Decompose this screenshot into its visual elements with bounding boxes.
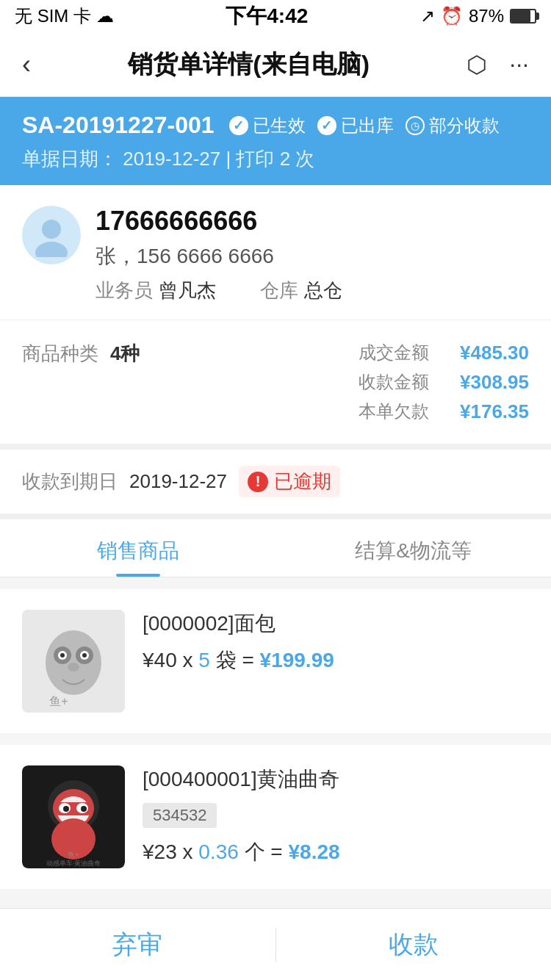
status-badges: ✓ 已生效 ✓ 已出库 ◷ 部分收款: [229, 114, 500, 137]
product-info-1: [0000002]面包 ¥40 x 5 袋 = ¥199.99: [143, 610, 529, 674]
nav-actions: ⬡ ···: [467, 51, 529, 79]
order-header: SA-20191227-001 ✓ 已生效 ✓ 已出库 ◷ 部分收款 单据日期：…: [0, 97, 551, 185]
customer-info: 17666666666 张，156 6666 6666 业务员 曾凡杰 仓库 总…: [96, 206, 529, 303]
overdue-text: 已逾期: [274, 469, 331, 494]
product-qty-2: 0.36: [198, 840, 239, 863]
customer-section: 17666666666 张，156 6666 6666 业务员 曾凡杰 仓库 总…: [0, 185, 551, 320]
due-date-value: 2019-12-27: [129, 470, 227, 493]
sim-text: 无 SIM 卡 ☁: [15, 4, 114, 28]
status-bar-time: 下午4:42: [226, 2, 308, 30]
owed-label: 本单欠款: [341, 400, 429, 423]
badge-partial-payment: ◷ 部分收款: [406, 114, 500, 137]
svg-point-1: [35, 242, 68, 257]
salesperson-item: 业务员 曾凡杰: [96, 278, 216, 303]
customer-name-phone: 张，156 6666 6666: [96, 242, 529, 270]
tab-products-label: 销售商品: [97, 539, 179, 562]
status-bar-right: ↗ ⏰ 87%: [420, 6, 536, 26]
summary-right: 成交金额 ¥485.30 收款金额 ¥308.95 本单欠款 ¥176.35: [341, 341, 529, 423]
product-tag-2: 534532: [143, 803, 217, 828]
product-multiply-1: x: [183, 649, 199, 671]
svg-point-8: [60, 653, 65, 657]
customer-avatar: [22, 206, 81, 264]
due-date-label: 收款到期日: [22, 469, 118, 494]
product-info-2: [000400001]黄油曲奇 534532 ¥23 x 0.36 个 = ¥8…: [143, 765, 529, 866]
overdue-icon: !: [248, 472, 268, 492]
order-header-row2: 单据日期： 2019-12-27 | 打印 2 次: [22, 146, 529, 172]
order-date: 2019-12-27: [123, 148, 220, 170]
battery-text: 87%: [469, 6, 504, 26]
customer-phone-number: 17666666666: [96, 206, 529, 237]
print-info: | 打印 2 次: [226, 148, 314, 170]
product-image-2: 鱼+ 动感单车·黄油曲奇: [22, 765, 125, 868]
battery-icon: [510, 9, 536, 24]
product-multiply-2: x: [183, 840, 199, 863]
cancel-button[interactable]: 弃审: [0, 928, 276, 962]
badge-shipped: ✓ 已出库: [317, 114, 394, 137]
product-item-2: 鱼+ 动感单车·黄油曲奇 [000400001]黄油曲奇 534532 ¥23 …: [0, 745, 551, 889]
svg-text:动感单车·黄油曲奇: 动感单车·黄油曲奇: [46, 860, 101, 867]
amount-value: ¥485.30: [441, 342, 529, 364]
product-price-2: ¥23: [143, 840, 177, 863]
product-total-2: ¥8.28: [288, 840, 339, 863]
check-icon-2: ✓: [317, 116, 336, 135]
product-name-2: [000400001]黄油曲奇: [143, 765, 529, 793]
tab-products[interactable]: 销售商品: [0, 519, 276, 577]
received-label: 收款金额: [341, 370, 429, 394]
order-id: SA-20191227-001: [22, 112, 215, 139]
salesperson-label: 业务员: [96, 278, 153, 303]
badge-activated-label: 已生效: [253, 114, 306, 137]
status-bar: 无 SIM 卡 ☁ 下午4:42 ↗ ⏰ 87%: [0, 0, 551, 32]
product-unit-2: 个: [245, 840, 265, 863]
product-price-row-1: ¥40 x 5 袋 = ¥199.99: [143, 646, 529, 674]
summary-section: 商品种类 4种 成交金额 ¥485.30 收款金额 ¥308.95 本单欠款 ¥…: [0, 320, 551, 450]
type-count: 4种: [110, 341, 140, 367]
summary-left: 商品种类 4种: [22, 341, 140, 367]
amount-row-total: 成交金额 ¥485.30: [341, 341, 529, 364]
check-icon-1: ✓: [229, 116, 248, 135]
due-date-section: 收款到期日 2019-12-27 ! 已逾期: [0, 450, 551, 519]
back-button[interactable]: ‹: [22, 49, 31, 80]
amount-label: 成交金额: [341, 341, 429, 364]
badge-shipped-label: 已出库: [341, 114, 394, 137]
confirm-button[interactable]: 收款: [276, 928, 552, 962]
product-unit-1: 袋: [216, 649, 237, 671]
amount-row-received: 收款金额 ¥308.95: [341, 370, 529, 394]
product-name-1: [0000002]面包: [143, 610, 529, 638]
warehouse-name: 总仓: [304, 278, 342, 303]
location-icon: ↗: [420, 6, 435, 26]
tab-settlement[interactable]: 结算&物流等: [276, 519, 551, 577]
badge-activated: ✓ 已生效: [229, 114, 306, 137]
product-item-1: 鱼+ [0000002]面包 ¥40 x 5 袋 = ¥199.99: [0, 589, 551, 733]
more-icon[interactable]: ···: [509, 51, 529, 78]
overdue-badge: ! 已逾期: [239, 466, 340, 497]
product-equals-1: =: [242, 649, 259, 671]
product-price-row-2: ¥23 x 0.36 个 = ¥8.28: [143, 838, 529, 866]
received-value: ¥308.95: [441, 371, 529, 394]
svg-text:鱼+: 鱼+: [49, 695, 68, 707]
svg-point-19: [63, 806, 69, 812]
svg-point-20: [81, 806, 87, 812]
product-total-1: ¥199.99: [260, 649, 334, 671]
date-label: 单据日期：: [22, 148, 118, 170]
svg-text:鱼+: 鱼+: [68, 851, 79, 859]
amount-row-owed: 本单欠款 ¥176.35: [341, 400, 529, 423]
clock-icon: ◷: [406, 116, 425, 135]
salesperson-name: 曾凡杰: [159, 278, 216, 303]
product-price-1: ¥40: [143, 649, 177, 671]
product-image-1: 鱼+: [22, 610, 125, 713]
bottom-bar: 弃审 收款: [0, 908, 551, 980]
tabs-section: 销售商品 结算&物流等: [0, 519, 551, 577]
type-label: 商品种类: [22, 341, 98, 367]
tab-settlement-label: 结算&物流等: [355, 539, 472, 562]
page-title: 销货单详情(来自电脑): [128, 48, 370, 82]
product-qty-1: 5: [198, 649, 210, 671]
share-icon[interactable]: ⬡: [467, 51, 487, 79]
warehouse-label: 仓库: [260, 278, 298, 303]
owed-value: ¥176.35: [441, 400, 529, 423]
product-equals-2: =: [270, 840, 288, 863]
warehouse-item: 仓库 总仓: [260, 278, 342, 303]
svg-point-0: [42, 220, 61, 239]
badge-partial-label: 部分收款: [429, 114, 500, 137]
svg-point-10: [68, 663, 79, 671]
alarm-icon: ⏰: [441, 6, 463, 26]
